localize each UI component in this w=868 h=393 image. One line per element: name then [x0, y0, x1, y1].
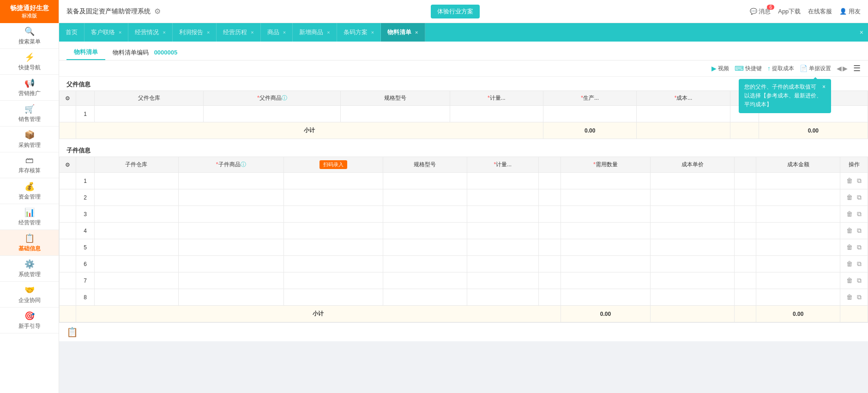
child-row7-req-qty[interactable]	[561, 272, 651, 289]
child-row1-delete-icon[interactable]: 🗑	[845, 177, 854, 184]
child-row5-unit[interactable]	[467, 239, 539, 256]
child-row6-unit-cost[interactable]	[651, 256, 735, 272]
child-row8-req-qty[interactable]	[561, 289, 651, 306]
sidebar-item-marketing[interactable]: 📢营销推广	[0, 75, 59, 101]
child-row8-spec[interactable]	[383, 289, 467, 306]
child-row1-req-qty[interactable]	[561, 173, 651, 189]
child-row7-delete-icon[interactable]: 🗑	[845, 277, 854, 284]
child-row2-unit[interactable]	[467, 189, 539, 206]
child-row4-unit-cost[interactable]	[651, 223, 735, 239]
settings-icon[interactable]: ⚙	[154, 7, 161, 16]
sidebar-item-enterprise[interactable]: 🤝企业协同	[0, 282, 59, 308]
sidebar-item-basic-info[interactable]: 📋基础信息	[0, 230, 59, 256]
tooltip-close[interactable]: ×	[822, 83, 826, 91]
sidebar-item-search[interactable]: 🔍搜索菜单	[0, 23, 59, 49]
child-row3-unit[interactable]	[467, 206, 539, 223]
shortcut-button[interactable]: ⌨ 快捷键	[735, 65, 762, 73]
parent-row1-spec[interactable]	[341, 106, 450, 122]
tab-经营历程[interactable]: 经营历程×	[217, 23, 260, 42]
sidebar-item-finance[interactable]: 💰资金管理	[0, 178, 59, 204]
child-row1-copy-icon[interactable]: ⧉	[856, 177, 863, 184]
child-row7-unit-cost[interactable]	[651, 272, 735, 289]
child-row6-req-qty[interactable]	[561, 256, 651, 272]
child-row4-spec[interactable]	[383, 223, 467, 239]
child-col-settings[interactable]: ⚙	[60, 157, 76, 173]
child-row3-delete-icon[interactable]: 🗑	[845, 210, 854, 218]
child-row2-product[interactable]	[178, 189, 283, 206]
tab-close[interactable]: ×	[163, 30, 165, 35]
child-row3-copy-icon[interactable]: ⧉	[856, 210, 863, 218]
parent-col-settings[interactable]: ⚙	[60, 91, 76, 106]
child-row1-unit-cost[interactable]	[651, 173, 735, 189]
parent-row1-product[interactable]	[204, 106, 341, 122]
child-row8-unit-cost[interactable]	[651, 289, 735, 306]
child-row1-product[interactable]	[178, 173, 283, 189]
tab-经营情况[interactable]: 经营情况×	[128, 23, 172, 42]
child-col-scan[interactable]: 扫码录入	[283, 157, 383, 173]
child-row5-product[interactable]	[178, 239, 283, 256]
parent-row1-warehouse[interactable]	[95, 106, 204, 122]
sidebar-item-operations[interactable]: 📊经营管理	[0, 204, 59, 230]
scan-button[interactable]: 扫码录入	[319, 160, 347, 169]
tab-利润报告[interactable]: 利润报告×	[173, 23, 217, 42]
child-row2-unit-cost[interactable]	[651, 189, 735, 206]
menu-icon[interactable]: ☰	[853, 63, 861, 73]
sidebar-item-system[interactable]: ⚙️系统管理	[0, 256, 59, 282]
tab-商品[interactable]: 商品×	[261, 23, 293, 42]
child-row6-copy-icon[interactable]: ⧉	[856, 260, 863, 267]
child-row1-spec[interactable]	[383, 173, 467, 189]
child-row2-delete-icon[interactable]: 🗑	[845, 193, 854, 201]
child-row3-spec[interactable]	[383, 206, 467, 223]
nav-prev[interactable]: ◀	[837, 65, 842, 72]
view-button[interactable]: ▶ 视频	[711, 65, 729, 73]
sidebar-item-purchase[interactable]: 📦采购管理	[0, 127, 59, 152]
child-row3-unit-cost[interactable]	[651, 206, 735, 223]
tab-close[interactable]: ×	[371, 30, 374, 35]
app-download[interactable]: App下载	[778, 7, 801, 16]
child-row1-unit[interactable]	[467, 173, 539, 189]
child-row4-delete-icon[interactable]: 🗑	[845, 227, 854, 234]
child-row2-spec[interactable]	[383, 189, 467, 206]
child-row5-warehouse[interactable]	[95, 239, 179, 256]
child-row8-warehouse[interactable]	[95, 289, 179, 306]
sub-tab-material-list[interactable]: 物料清单	[66, 45, 105, 60]
tab-新增商品[interactable]: 新增商品×	[293, 23, 337, 42]
single-settings-button[interactable]: 📄 单据设置	[800, 65, 831, 73]
sidebar-item-quick-nav[interactable]: ⚡快捷导航	[0, 49, 59, 75]
child-row5-req-qty[interactable]	[561, 239, 651, 256]
nav-next[interactable]: ▶	[843, 65, 848, 72]
child-row4-product[interactable]	[178, 223, 283, 239]
tab-物料清单[interactable]: 物料清单×	[381, 23, 425, 42]
tab-close[interactable]: ×	[415, 30, 418, 35]
child-row5-spec[interactable]	[383, 239, 467, 256]
child-row5-copy-icon[interactable]: ⧉	[856, 243, 863, 251]
child-row8-product[interactable]	[178, 289, 283, 306]
child-row3-req-qty[interactable]	[561, 206, 651, 223]
child-row2-copy-icon[interactable]: ⧉	[856, 193, 863, 201]
child-row2-req-qty[interactable]	[561, 189, 651, 206]
user-avatar[interactable]: 👤 用友	[839, 7, 861, 16]
tab-客户联络[interactable]: 客户联络×	[84, 23, 128, 42]
tab-close[interactable]: ×	[327, 30, 330, 35]
bottom-add-icon[interactable]: 📋	[66, 326, 78, 338]
child-row6-delete-icon[interactable]: 🗑	[845, 260, 854, 267]
child-row4-req-qty[interactable]	[561, 223, 651, 239]
child-row5-unit-cost[interactable]	[651, 239, 735, 256]
sidebar-item-guide[interactable]: 🎯新手引导	[0, 308, 59, 333]
child-row8-unit[interactable]	[467, 289, 539, 306]
child-row5-delete-icon[interactable]: 🗑	[845, 243, 854, 251]
tab-close[interactable]: ×	[251, 30, 253, 35]
child-row7-warehouse[interactable]	[95, 272, 179, 289]
child-row3-warehouse[interactable]	[95, 206, 179, 223]
tab-条码方案[interactable]: 条码方案×	[337, 23, 381, 42]
child-row6-unit[interactable]	[467, 256, 539, 272]
child-row6-spec[interactable]	[383, 256, 467, 272]
child-row4-warehouse[interactable]	[95, 223, 179, 239]
child-row1-warehouse[interactable]	[95, 173, 179, 189]
child-row7-spec[interactable]	[383, 272, 467, 289]
child-row8-delete-icon[interactable]: 🗑	[845, 293, 854, 301]
child-row7-product[interactable]	[178, 272, 283, 289]
child-row8-copy-icon[interactable]: ⧉	[856, 293, 863, 301]
child-row2-warehouse[interactable]	[95, 189, 179, 206]
online-service[interactable]: 在线客服	[808, 7, 832, 16]
